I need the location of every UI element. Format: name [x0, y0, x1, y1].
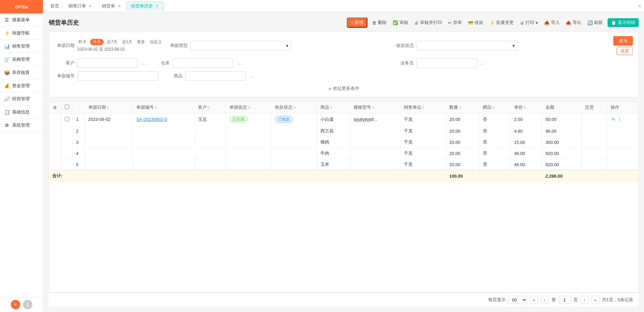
- more-action-btn[interactable]: ⋮: [616, 117, 623, 122]
- td-action[interactable]: [607, 137, 638, 148]
- collapse-row[interactable]: ∧ 收起更多条件: [54, 84, 633, 93]
- delete-button[interactable]: 🗑 删除: [371, 19, 388, 26]
- filter-doc-no-input[interactable]: [77, 71, 158, 81]
- filter-doc-no-field: 单据编号: [54, 71, 158, 81]
- th-spec[interactable]: 规格型号⇅: [350, 102, 400, 113]
- audit-button[interactable]: ✅ 审核: [391, 19, 410, 26]
- td-checkbox[interactable]: [61, 126, 73, 137]
- td-checkbox[interactable]: [61, 159, 73, 171]
- tab-sales-goods-close[interactable]: ✕: [117, 4, 121, 9]
- sidebar-item-search-menu[interactable]: ☰ 搜索菜单: [0, 14, 43, 27]
- date-shortcut-yesterday[interactable]: 昨天: [77, 39, 88, 45]
- summary-label: 合计:: [49, 170, 85, 182]
- sidebar-item-label: 经营管理: [12, 96, 30, 102]
- settings-button[interactable]: 设置: [617, 47, 633, 55]
- th-doc-no[interactable]: 单据编号⇅: [133, 102, 195, 113]
- td-doc-no[interactable]: [133, 159, 195, 171]
- sidebar-item-purchase-mgmt[interactable]: 🛒 采购管理: [0, 53, 43, 66]
- td-doc-no[interactable]: SA-20230602-0: [133, 113, 195, 126]
- abandon-button[interactable]: ↩ 弃审: [447, 19, 463, 26]
- sidebar-item-inventory[interactable]: 📦 库存核算: [0, 66, 43, 79]
- tab-sales-order[interactable]: 销售订单 ✕: [64, 1, 97, 11]
- audit-print-button[interactable]: 🖨 审核并打印: [413, 19, 443, 26]
- th-date[interactable]: 单据日期⇅: [85, 102, 133, 113]
- sidebar-item-basic-info[interactable]: 📋 基础信息: [0, 106, 43, 119]
- td-spec: [350, 137, 400, 148]
- td-doc-no[interactable]: [133, 137, 195, 148]
- tab-sales-history[interactable]: 销货单历史 ✕: [127, 1, 164, 11]
- th-doc-status[interactable]: 单据状态⇅: [226, 102, 271, 113]
- filter-staff-ellipsis[interactable]: ...: [481, 61, 484, 66]
- filter-doc-type-select[interactable]: ▾: [190, 41, 291, 50]
- th-customer[interactable]: 客户⇅: [194, 102, 226, 113]
- td-action[interactable]: [607, 148, 638, 159]
- next-page-btn[interactable]: ›: [581, 296, 589, 304]
- th-goods[interactable]: 商品⇅: [317, 102, 350, 113]
- filter-customer-ellipsis[interactable]: ...: [142, 61, 145, 66]
- sidebar-item-operations[interactable]: 📈 经营管理: [0, 93, 43, 106]
- last-page-btn[interactable]: »: [591, 296, 599, 304]
- sidebar-extra-btn[interactable]: ‖: [23, 300, 32, 309]
- filter-goods-ellipsis[interactable]: ...: [250, 74, 253, 78]
- td-action[interactable]: ✎⋮: [607, 113, 638, 126]
- filter-warehouse-input[interactable]: [172, 58, 233, 68]
- table-row: 3猪肉千克20.00否15.00300.00: [49, 137, 638, 148]
- th-checkbox[interactable]: [61, 102, 73, 113]
- query-button[interactable]: 查询: [613, 36, 633, 46]
- select-all-checkbox[interactable]: [65, 105, 69, 109]
- td-checkbox[interactable]: [61, 148, 73, 159]
- print-icon: 🖨: [520, 20, 524, 25]
- new-button[interactable]: + 新增: [347, 18, 367, 28]
- row-checkbox[interactable]: [65, 117, 69, 121]
- total-record-label: 共1页，5条记录: [602, 297, 633, 303]
- batch-change-button[interactable]: ⚡ 批量变更: [488, 19, 515, 26]
- display-detail-button[interactable]: 📋 显示明细: [608, 18, 639, 27]
- td-sales-unit: 千克: [400, 137, 446, 148]
- tab-home[interactable]: 首页: [46, 1, 63, 11]
- td-action[interactable]: [607, 126, 638, 137]
- th-collect-status[interactable]: 收款状态⇅: [272, 102, 317, 113]
- filter-goods-input[interactable]: [185, 71, 246, 81]
- doc-no-link[interactable]: SA-20230602-0: [136, 117, 167, 122]
- th-gift[interactable]: 赠品⇅: [479, 102, 511, 113]
- td-checkbox[interactable]: [61, 113, 73, 126]
- filter-customer-label: 客户: [54, 60, 75, 66]
- td-checkbox[interactable]: [61, 137, 73, 148]
- prev-page-btn[interactable]: ‹: [541, 296, 549, 304]
- tab-sales-history-close[interactable]: ✕: [155, 4, 159, 9]
- page-number-input[interactable]: [559, 296, 571, 304]
- collect-button[interactable]: 💳 收款: [467, 19, 485, 26]
- td-goods: 西兰花: [317, 126, 350, 137]
- date-shortcut-1month[interactable]: 近1月: [121, 39, 134, 45]
- td-action[interactable]: [607, 159, 638, 171]
- th-sales-unit[interactable]: 销售单位⇅: [400, 102, 446, 113]
- th-unit-price[interactable]: 单价⇅: [511, 102, 542, 113]
- filter-customer-input[interactable]: [77, 58, 138, 68]
- sidebar-item-finance[interactable]: 💰 资金管理: [0, 79, 43, 93]
- print-button[interactable]: 🖨 打印 ▾: [519, 19, 539, 26]
- sidebar-item-quick-nav[interactable]: ⚡ 快捷导航: [0, 27, 43, 40]
- sidebar-item-system-mgmt[interactable]: ⚙ 系统管理: [0, 119, 43, 132]
- edit-action-btn[interactable]: ✎: [611, 117, 616, 122]
- td-doc-no[interactable]: [133, 126, 195, 137]
- date-shortcut-custom[interactable]: 自定义: [148, 39, 163, 45]
- th-quantity[interactable]: 数量⇅: [446, 102, 479, 113]
- tab-sales-goods[interactable]: 销货单 ✕: [97, 1, 126, 11]
- td-doc-no[interactable]: [133, 148, 195, 159]
- close-all-button[interactable]: ✕: [638, 4, 641, 8]
- first-page-btn[interactable]: «: [530, 296, 538, 304]
- date-shortcut-today[interactable]: 今天: [90, 39, 104, 45]
- filter-staff-input[interactable]: [416, 58, 477, 68]
- tab-sales-order-close[interactable]: ✕: [88, 4, 92, 9]
- import-button[interactable]: 📥 导入: [543, 19, 561, 26]
- date-shortcut-more[interactable]: 更多: [136, 39, 146, 45]
- date-shortcut-7days[interactable]: 近7天: [106, 39, 119, 45]
- sidebar-collapse-btn[interactable]: ☀: [11, 300, 20, 309]
- filter-warehouse-ellipsis[interactable]: ...: [237, 61, 241, 66]
- sidebar-item-sales-mgmt[interactable]: 📊 销售管理: [0, 40, 43, 53]
- page-size-select[interactable]: 50 100 200: [508, 296, 527, 304]
- export-button[interactable]: 📤 导出: [564, 19, 583, 26]
- refresh-button[interactable]: 🔄 刷新: [586, 19, 604, 26]
- filter-collect-status-select[interactable]: ▾: [417, 41, 518, 50]
- th-settings[interactable]: ⚙: [49, 102, 61, 113]
